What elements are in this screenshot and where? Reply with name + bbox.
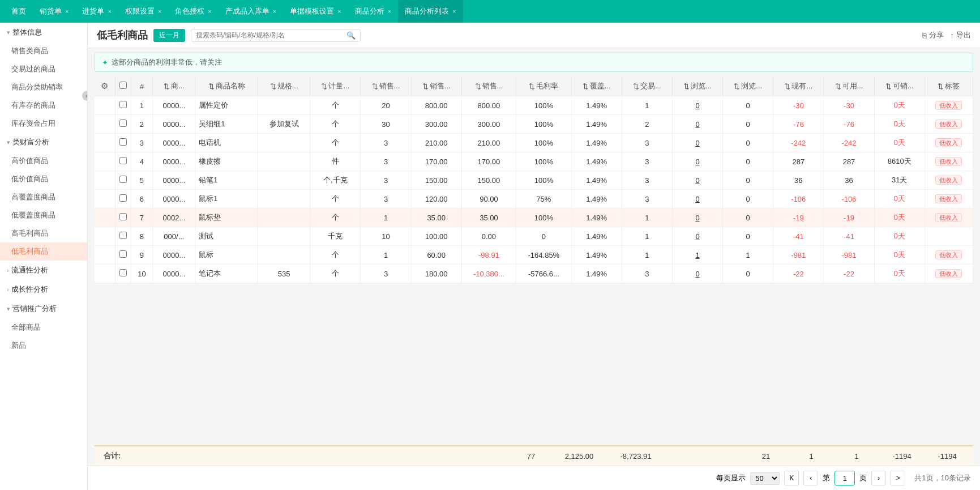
last-page-button[interactable]: > (891, 471, 905, 485)
nav-goods-analysis[interactable]: 商品分析 × (348, 0, 398, 23)
th-name[interactable]: ⇅商品名称 (195, 76, 258, 96)
row-unit: 个 (310, 246, 361, 265)
search-input[interactable] (196, 31, 344, 39)
nav-roles[interactable]: 角色授权 × (168, 0, 218, 23)
sidebar-item-stock-capital[interactable]: 库存资金占用 (0, 114, 87, 133)
close-icon[interactable]: × (452, 8, 456, 15)
th-view1[interactable]: ⇅浏览... (672, 76, 722, 96)
prev-page-button[interactable]: ‹ (803, 471, 818, 485)
row-checkbox[interactable] (119, 120, 127, 127)
row-checkbox-cell[interactable] (115, 115, 131, 134)
row-checkbox[interactable] (119, 176, 127, 183)
share-button[interactable]: ⎘ 分享 (922, 30, 944, 40)
row-checkbox[interactable] (119, 250, 127, 258)
close-icon[interactable]: × (65, 8, 69, 15)
sidebar-item-new-goods[interactable]: 新品 (0, 336, 87, 355)
sidebar-item-traded-goods[interactable]: 交易过的商品 (0, 60, 87, 78)
view1-link[interactable]: 0 (695, 120, 699, 129)
th-code[interactable]: ⇅商... (153, 76, 195, 96)
sidebar-section-marketing[interactable]: ▾ 营销推广分析 (0, 299, 87, 318)
view1-link[interactable]: 0 (695, 214, 699, 222)
th-checkbox[interactable] (115, 76, 131, 96)
row-checkbox-cell[interactable] (115, 246, 131, 265)
row-unit: 个 (310, 115, 361, 134)
row-checkbox-cell[interactable] (115, 96, 131, 115)
per-page-select[interactable]: 50 100 200 (750, 472, 780, 485)
th-unit[interactable]: ⇅计量... (310, 76, 361, 96)
row-checkbox[interactable] (119, 232, 127, 239)
th-sale3[interactable]: ⇅销售... (461, 76, 516, 96)
sidebar-item-category-rate[interactable]: 商品分类助销率 (0, 78, 87, 96)
th-sale1[interactable]: ⇅销售... (361, 76, 411, 96)
row-checkbox[interactable] (119, 138, 127, 146)
row-view2: 0 (723, 96, 773, 115)
sidebar-section-wealth[interactable]: ▾ 类财富分析 (0, 133, 87, 152)
first-page-button[interactable]: K (784, 471, 799, 485)
th-tag[interactable]: ⇅标签 (925, 76, 973, 96)
nav-sales[interactable]: 销货单 × (33, 0, 75, 23)
close-icon[interactable]: × (108, 8, 111, 15)
nav-home[interactable]: 首页 (5, 0, 33, 23)
view1-link[interactable]: 0 (695, 176, 699, 185)
sidebar-item-all-goods[interactable]: 全部商品 (0, 318, 87, 336)
row-checkbox[interactable] (119, 157, 127, 164)
th-trade[interactable]: ⇅交易... (622, 76, 672, 96)
nav-purchase[interactable]: 进货单 × (75, 0, 118, 23)
row-checkbox[interactable] (119, 269, 127, 276)
close-icon[interactable]: × (337, 8, 341, 15)
view1-link[interactable]: 0 (695, 101, 699, 110)
select-all-checkbox[interactable] (119, 82, 127, 89)
th-avail[interactable]: ⇅可用... (824, 76, 874, 96)
page-number-input[interactable] (835, 471, 855, 485)
sidebar-item-high-coverage[interactable]: 高覆盖度商品 (0, 188, 87, 206)
row-checkbox[interactable] (119, 101, 127, 108)
gear-icon[interactable]: ⚙ (101, 81, 108, 91)
view1-link[interactable]: 0 (695, 270, 699, 278)
th-settings[interactable]: ⚙ (95, 76, 115, 96)
view1-link[interactable]: 0 (695, 195, 699, 203)
date-filter-button[interactable]: 近一月 (153, 29, 185, 42)
th-view2[interactable]: ⇅浏览... (723, 76, 773, 96)
sidebar-item-high-value[interactable]: 高价值商品 (0, 152, 87, 170)
search-icon[interactable]: 🔍 (346, 31, 356, 40)
close-icon[interactable]: × (388, 8, 391, 15)
th-stock[interactable]: ⇅现有... (773, 76, 824, 96)
nav-templates[interactable]: 单据模板设置 × (283, 0, 348, 23)
th-gross[interactable]: ⇅毛利率 (516, 76, 571, 96)
th-days[interactable]: ⇅可销... (874, 76, 925, 96)
nav-permissions[interactable]: 权限设置 × (118, 0, 168, 23)
row-checkbox-cell[interactable] (115, 171, 131, 190)
nav-goods-analysis-list[interactable]: 商品分析列表 × (398, 0, 463, 23)
row-checkbox[interactable] (119, 213, 127, 220)
sidebar-item-stocked-goods[interactable]: 有库存的商品 (0, 96, 87, 114)
next-page-button[interactable]: › (871, 471, 886, 485)
row-checkbox-cell[interactable] (115, 134, 131, 152)
sidebar-section-flow[interactable]: › 流通性分析 (0, 261, 87, 280)
sidebar-item-high-margin[interactable]: 高毛利商品 (0, 224, 87, 242)
row-sale2: 100.00 (411, 227, 461, 246)
view1-link[interactable]: 1 (695, 251, 699, 259)
th-spec[interactable]: ⇅规格... (258, 76, 310, 96)
sidebar-item-low-margin[interactable]: 低毛利商品 (0, 242, 87, 261)
sidebar-item-low-coverage[interactable]: 低覆盖度商品 (0, 206, 87, 224)
view1-link[interactable]: 0 (695, 139, 699, 147)
close-icon[interactable]: × (208, 8, 211, 15)
sidebar-section-growth[interactable]: › 成长性分析 (0, 280, 87, 299)
sidebar-item-sales-goods[interactable]: 销售类商品 (0, 42, 87, 60)
sidebar-section-overall[interactable]: ▾ 整体信息 (0, 23, 87, 42)
th-coverage[interactable]: ⇅覆盖... (571, 76, 622, 96)
close-icon[interactable]: × (273, 8, 276, 15)
view1-link[interactable]: 0 (695, 157, 699, 166)
nav-products[interactable]: 产成品入库单 × (219, 0, 283, 23)
th-sale2[interactable]: ⇅销售... (411, 76, 461, 96)
export-button[interactable]: ↑ 导出 (951, 30, 972, 40)
row-checkbox-cell[interactable] (115, 190, 131, 208)
sidebar-item-low-value[interactable]: 低价值商品 (0, 170, 87, 188)
row-checkbox-cell[interactable] (115, 227, 131, 246)
row-checkbox-cell[interactable] (115, 208, 131, 227)
row-checkbox-cell[interactable] (115, 265, 131, 283)
close-icon[interactable]: × (158, 8, 161, 15)
row-checkbox[interactable] (119, 194, 127, 202)
view1-link[interactable]: 0 (695, 232, 699, 241)
row-checkbox-cell[interactable] (115, 152, 131, 171)
